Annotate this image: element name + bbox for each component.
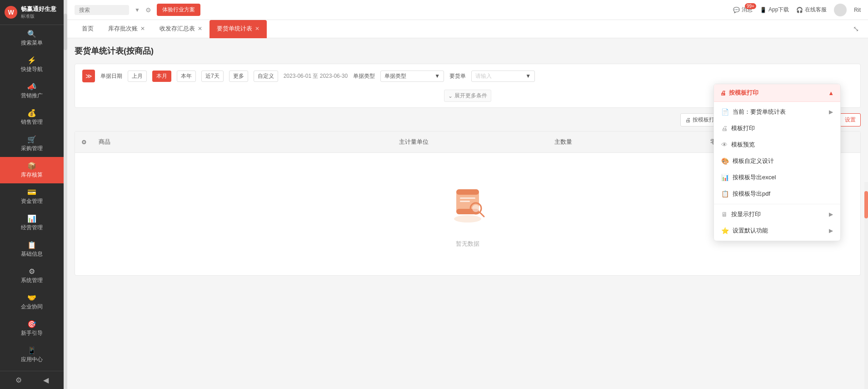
app-download-button[interactable]: 📱 App下载 <box>760 6 789 14</box>
tab-inventory-batch[interactable]: 库存批次账 ✕ <box>101 20 152 38</box>
logo-icon: W <box>5 6 17 19</box>
sidebar-item-appstore[interactable]: 📱 应用中心 <box>0 342 64 368</box>
date-btn-this-month[interactable]: 本月 <box>152 71 171 82</box>
date-btn-last-7days[interactable]: 近7天 <box>201 71 224 82</box>
display-print-icon: 🖥 <box>721 211 728 218</box>
sidebar-bottom: ⚙ ◀ <box>0 371 64 389</box>
display-print-item[interactable]: 🖥 按显示打印 ▶ <box>714 206 840 222</box>
template-print-item[interactable]: 🖨 模板打印 <box>714 120 840 136</box>
sidebar: W 畅赢通好生意 标准版 🔍 搜索菜单 ⚡ 快捷导航 📣 营销推广 💰 销售管理… <box>0 0 64 389</box>
sidebar-item-sales[interactable]: 💰 销售管理 <box>0 104 64 131</box>
settings-icon: ⚙ <box>81 139 87 146</box>
sidebar-item-system[interactable]: ⚙ 系统管理 <box>0 263 64 289</box>
enterprise-icon: 🤝 <box>27 293 36 302</box>
sidebar-item-marketing[interactable]: 📣 营销推广 <box>0 78 64 104</box>
tab-close-requisition-stats[interactable]: ✕ <box>255 25 259 32</box>
template-preview-item[interactable]: 👁 模板预览 <box>714 136 840 153</box>
sidebar-item-enterprise[interactable]: 🤝 企业协同 <box>0 289 64 315</box>
right-scrollbar-thumb[interactable] <box>864 191 868 218</box>
headset-icon: 🎧 <box>796 7 803 13</box>
export-excel-icon: 📊 <box>721 174 729 181</box>
logo-text: 畅赢通好生意 标准版 <box>21 5 56 19</box>
date-btn-custom[interactable]: 自定义 <box>254 71 278 82</box>
tab-close-receipt-summary[interactable]: ✕ <box>198 25 202 32</box>
username-label: Rit <box>854 7 861 13</box>
empty-illustration <box>445 180 490 234</box>
th-unit: 主计量单位 <box>394 135 549 149</box>
search-nav-icon: 🔍 <box>27 30 36 38</box>
th-settings[interactable]: ⚙ <box>75 136 93 148</box>
empty-svg <box>445 180 490 226</box>
date-btn-last-month[interactable]: 上月 <box>128 71 147 82</box>
topbar-search-input[interactable] <box>75 5 129 15</box>
sidebar-item-quick-nav[interactable]: ⚡ 快捷导航 <box>0 51 64 78</box>
svg-point-0 <box>454 215 481 222</box>
expand-arrow-icon: ⌄ <box>448 93 453 99</box>
sidebar-item-inventory[interactable]: 📦 库存核算 <box>0 157 64 183</box>
messages-button[interactable]: 💬 消息 99+ <box>733 6 753 14</box>
message-icon: 💬 <box>733 7 740 13</box>
settings-button[interactable]: 设置 <box>840 113 861 126</box>
set-default-item[interactable]: ⭐ 设置默认功能 ▶ <box>714 222 840 239</box>
trial-button[interactable]: 体验行业方案 <box>157 4 200 16</box>
sidebar-scrollbar-thumb[interactable] <box>64 14 67 50</box>
topbar-gear-icon[interactable]: ⚙ <box>145 6 151 14</box>
sidebar-item-search[interactable]: 🔍 搜索菜单 <box>0 25 64 51</box>
filter-row: ≫ 单据日期 上月 本月 本年 近7天 更多 自定义 2023-06-01 至 … <box>82 70 853 82</box>
filter-expand-button[interactable]: ≫ <box>82 70 95 82</box>
th-product: 商品 <box>93 135 394 149</box>
expand-more-button[interactable]: ⌄ 展开更多条件 <box>444 90 491 102</box>
dropdown-body: 📄 当前：要货单统计表 ▶ 🖨 模板打印 👁 <box>714 102 840 241</box>
svg-rect-5 <box>460 201 470 202</box>
tab-maximize-controls: ⤡ <box>853 25 861 33</box>
template-preview-icon: 👁 <box>721 141 728 148</box>
tab-receipt-summary[interactable]: 收发存汇总表 ✕ <box>152 20 210 38</box>
type-select[interactable]: 单据类型 ▼ <box>380 71 444 82</box>
marketing-icon: 📣 <box>27 82 36 91</box>
date-range-label: 2023-06-01 至 2023-06-30 <box>284 72 348 80</box>
tab-requisition-stats[interactable]: 要货单统计表 ✕ <box>210 20 267 38</box>
template-export-excel-item[interactable]: 📊 按模板导出excel <box>714 169 840 186</box>
sidebar-item-finance[interactable]: 💳 资金管理 <box>0 183 64 210</box>
sidebar-item-operations[interactable]: 📊 经营管理 <box>0 210 64 236</box>
collapse-icon[interactable]: ◀ <box>43 376 49 384</box>
template-design-icon: 🎨 <box>721 157 729 165</box>
current-template-item[interactable]: 📄 当前：要货单统计表 ▶ <box>714 104 840 120</box>
select-chevron-icon: ▼ <box>434 73 440 79</box>
sidebar-scrollbar[interactable] <box>64 0 67 389</box>
sidebar-nav: 🔍 搜索菜单 ⚡ 快捷导航 📣 营销推广 💰 销售管理 🛒 采购管理 📦 库存核… <box>0 25 64 371</box>
inventory-icon: 📦 <box>27 162 36 170</box>
maximize-icon[interactable]: ⤡ <box>853 25 859 33</box>
sidebar-item-basics[interactable]: 📋 基础信息 <box>0 236 64 263</box>
current-template-icon: 📄 <box>721 108 729 116</box>
right-scrollbar[interactable] <box>864 182 868 389</box>
set-default-arrow: ▶ <box>829 227 833 234</box>
template-export-pdf-item[interactable]: 📋 按模板导出pdf <box>714 186 840 202</box>
settings-bottom-icon[interactable]: ⚙ <box>15 376 22 384</box>
goods-input[interactable]: 请输入 ▼ <box>471 71 535 82</box>
purchase-icon: 🛒 <box>27 135 36 144</box>
page-content-area: 要货单统计表(按商品) ≫ 单据日期 上月 本月 本年 近7天 更多 自定义 2… <box>67 38 868 389</box>
finance-icon: 💳 <box>27 188 36 197</box>
tab-home[interactable]: 首页 <box>75 20 101 38</box>
date-btn-more[interactable]: 更多 <box>229 71 248 82</box>
dropdown-header[interactable]: 🖨 按模板打印 ▲ <box>714 84 840 102</box>
avatar[interactable] <box>834 4 847 16</box>
set-default-icon: ⭐ <box>721 227 729 234</box>
template-print-icon: 🖨 <box>721 125 728 132</box>
sidebar-item-purchase[interactable]: 🛒 采购管理 <box>0 131 64 157</box>
template-design-item[interactable]: 🎨 模板自定义设计 <box>714 153 840 169</box>
dropdown-collapse-icon[interactable]: ▲ <box>828 90 834 96</box>
svg-rect-4 <box>460 197 475 199</box>
date-btn-this-year[interactable]: 本年 <box>177 71 196 82</box>
sidebar-item-guide[interactable]: 🎯 新手引导 <box>0 315 64 342</box>
tab-close-inventory-batch[interactable]: ✕ <box>140 25 145 32</box>
svg-line-8 <box>480 212 484 217</box>
print-dropdown[interactable]: 🖨 按模板打印 ▲ 📄 当前：要货单统计表 ▶ <box>713 84 841 241</box>
online-service-button[interactable]: 🎧 在线客服 <box>796 6 827 14</box>
dropdown-divider <box>714 204 840 204</box>
tabbar: 首页 库存批次账 ✕ 收发存汇总表 ✕ 要货单统计表 ✕ ⤡ <box>67 20 868 38</box>
export-pdf-icon: 📋 <box>721 190 729 197</box>
topbar-chevron-icon[interactable]: ▼ <box>135 7 140 13</box>
topbar-right: 💬 消息 99+ 📱 App下载 🎧 在线客服 Rit <box>733 4 861 16</box>
